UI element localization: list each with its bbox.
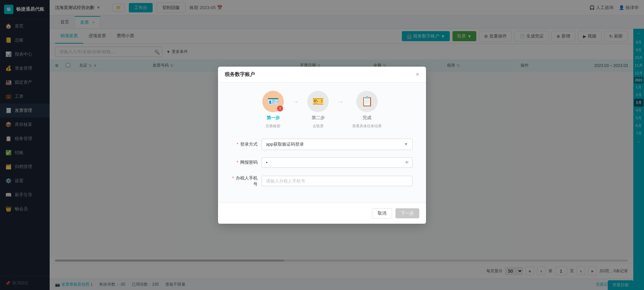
phone-group: * 办税人手机号 [231,175,413,187]
select-arrow-icon: ▼ [404,142,408,147]
modal-close-btn[interactable]: × [416,71,419,77]
modal-footer: 取消 下一步 [218,203,426,224]
step-1: 🪪 ! 第一步 完善账密 [262,91,284,129]
step2-sublabel: 去取票 [313,124,324,129]
step-2: 🎫 第二步 去取票 [307,91,329,129]
step3-label: 完成 [363,115,371,121]
step1-badge: ! [277,105,283,112]
password-input[interactable] [262,157,413,168]
phone-field-wrap [262,176,413,186]
step3-sublabel: 查看具体任务结果 [352,124,382,129]
step-3: 📋 完成 查看具体任务结果 [352,91,382,129]
password-field-wrap: 👁 [262,157,413,168]
cancel-btn[interactable]: 取消 [372,208,392,218]
login-method-select[interactable]: app获取验证码登录 ▼ [262,139,413,150]
next-step-btn[interactable]: 下一步 [395,208,419,218]
step1-icon: 🪪 [267,96,279,107]
step-arrow-1: → [284,97,307,106]
login-method-group: * 登录方式 app获取验证码登录 ▼ [231,139,413,150]
modal-header: 税务数字账户 × [218,67,426,83]
phone-input[interactable] [262,176,413,186]
password-group: * 网报密码 👁 [231,157,413,168]
step2-icon-wrap: 🎫 [307,91,329,112]
step1-label: 第一步 [267,115,280,121]
password-label: * 网报密码 [231,159,262,165]
phone-label: * 办税人手机号 [231,175,262,187]
modal-form: * 登录方式 app获取验证码登录 ▼ * 网报密码 [231,139,413,187]
modal-body: 🪪 ! 第一步 完善账密 → 🎫 第二步 去取票 [218,83,426,203]
step-arrow-2: → [329,97,352,106]
modal-overlay: 税务数字账户 × 🪪 ! 第一步 完善账密 → [0,0,644,290]
step2-label: 第二步 [312,115,325,121]
modal-title: 税务数字账户 [225,71,255,78]
step1-sublabel: 完善账密 [266,124,280,129]
login-method-label: * 登录方式 [231,141,262,147]
step1-icon-wrap: 🪪 ! [262,91,284,112]
eye-icon[interactable]: 👁 [405,160,409,165]
login-method-field: app获取验证码登录 ▼ [262,139,413,150]
step3-icon-wrap: 📋 [356,91,378,112]
tax-account-modal: 税务数字账户 × 🪪 ! 第一步 完善账密 → [218,67,426,224]
step2-icon: 🎫 [312,96,324,107]
step3-icon: 📋 [361,96,373,107]
steps-row: 🪪 ! 第一步 完善账密 → 🎫 第二步 去取票 [231,91,413,129]
